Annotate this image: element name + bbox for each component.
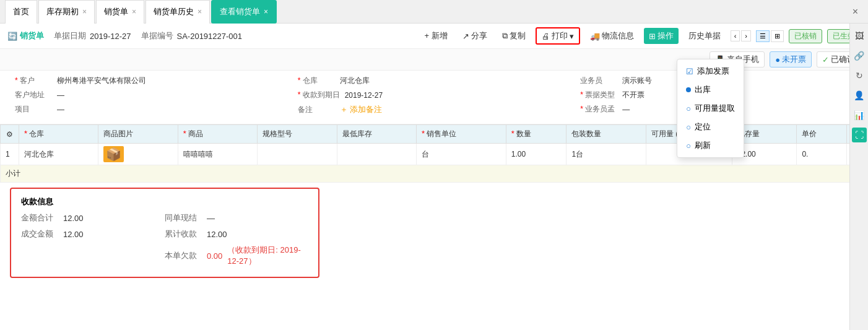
prev-button[interactable]: ‹ (731, 30, 740, 41)
customer-label: 客户 (15, 76, 52, 86)
payment-title: 收款信息 (21, 196, 308, 207)
print-icon: 🖨 (542, 32, 550, 41)
logistics-button[interactable]: 🚚 物流信息 (585, 28, 639, 44)
cumulative-label: 累计收款 (165, 228, 202, 240)
col-spec: 规格型号 (258, 125, 337, 144)
warehouse-label: 仓库 (298, 76, 335, 86)
tab-view-sales[interactable]: 查看销货单 × (211, 0, 277, 24)
row-unit: 台 (416, 144, 506, 165)
tab-inventory-init[interactable]: 库存期初 × (38, 0, 95, 24)
note-row: 备注 ＋ 添加备注 (298, 104, 571, 115)
project-label: 项目 (15, 104, 52, 115)
data-sidebar-icon[interactable]: 📊 (851, 108, 867, 123)
duedate-label: 收款到期日 (298, 90, 340, 100)
staffym-label: 业务员孟 (580, 104, 617, 115)
tab-close-view[interactable]: × (264, 7, 268, 16)
toolbar: + 新增 ↗ 分享 ⧉ 复制 🖨 打印 ▾ 🚚 物流信息 (419, 27, 861, 45)
new-button[interactable]: + 新增 (419, 28, 452, 44)
radio-circle-icon: ○ (686, 104, 691, 113)
customer-value: 柳州粤港平安气体有限公司 (57, 76, 146, 86)
same-order-settle-row: 同单现结 — (165, 212, 308, 224)
link-sidebar-icon[interactable]: 🔗 (851, 48, 867, 63)
tab-sales-history[interactable]: 销货单历史 × (145, 0, 210, 24)
expand-sidebar-icon[interactable]: ⛶ (852, 128, 867, 142)
share-icon: ↗ (462, 32, 469, 41)
tab-sales-order[interactable]: 销货单 × (96, 0, 144, 24)
duedate-value: 2019-12-27 (345, 91, 419, 100)
history-button[interactable]: 历史单据 (684, 28, 726, 44)
deal-amount-label: 成交金额 (21, 228, 58, 240)
right-sidebar: 🖼 🔗 ↻ 👤 📊 ⛶ (849, 24, 868, 330)
project-row: 项目 — (15, 104, 288, 115)
col-warehouse: * 仓库 (19, 125, 98, 144)
sold-badge: 已核销 (789, 29, 822, 43)
checkbox-icon: ☑ (686, 67, 693, 76)
warehouse-row: 仓库 河北仓库 (298, 76, 571, 86)
doc-icon: 🔄 (7, 32, 17, 41)
tab-close-inventory[interactable]: × (82, 7, 87, 16)
subtotal-label: 小计 (1, 165, 868, 183)
staff-label: 业务员 (580, 76, 617, 86)
doc-code-field: 单据编号 SA-20191227-001 (141, 30, 243, 41)
refresh-item[interactable]: ○ 刷新 (677, 136, 744, 155)
refresh-sidebar-icon[interactable]: ↻ (853, 68, 866, 83)
arrears-value: 0.00 (207, 251, 222, 261)
ticket-label: 票据类型 (580, 90, 617, 100)
print-button[interactable]: 🖨 打印 ▾ (536, 27, 580, 45)
row-warehouse: 河北仓库 (19, 144, 98, 165)
window-close-button[interactable]: × (848, 4, 863, 20)
note-label: 备注 (298, 105, 335, 115)
circle-icon: ● (775, 55, 780, 64)
tab-close-history[interactable]: × (197, 7, 202, 16)
form-col-1: 客户 柳州粤港平安气体有限公司 客户地址 — 项目 — (10, 76, 293, 119)
row-qty: 1.00 (506, 144, 566, 165)
row-package-qty: 1台 (566, 144, 646, 165)
deal-amount-value: 12.00 (63, 230, 84, 239)
operations-dropdown: ☑ 添加发票 出库 ○ 可用量提取 ○ 定位 ○ 刷新 (677, 59, 744, 158)
same-order-settle-label: 同单现结 (165, 212, 202, 224)
add-note-icon: ＋ (340, 105, 348, 114)
user-sidebar-icon[interactable]: 👤 (851, 88, 867, 103)
list-view-button[interactable]: ☰ (756, 30, 770, 42)
check-icon: ✓ (822, 55, 829, 64)
col-package-qty: 包装数量 (566, 125, 646, 144)
total-amount-row: 金额合计 12.00 (21, 212, 165, 224)
address-row: 客户地址 — (15, 90, 288, 100)
radio-dot-icon (686, 87, 691, 92)
locate-item[interactable]: ○ 定位 (677, 118, 744, 136)
col-settings[interactable]: ⚙ (1, 125, 19, 144)
nav-arrows: ‹ › (731, 30, 751, 41)
col-unit: * 销售单位 (416, 125, 506, 144)
col-price: 单价 (797, 125, 847, 144)
operations-button[interactable]: ⊞ 操作 (644, 28, 679, 44)
tab-home[interactable]: 首页 (5, 0, 37, 24)
address-value: — (57, 91, 131, 100)
next-button[interactable]: › (741, 30, 751, 41)
note-value[interactable]: ＋ 添加备注 (340, 104, 414, 115)
total-amount-label: 金额合计 (21, 212, 58, 224)
doc-date-field: 单据日期 2019-12-27 (54, 30, 131, 41)
share-button[interactable]: ↗ 分享 (458, 28, 492, 44)
row-index: 1 (1, 144, 19, 165)
col-product: * 商品 (178, 125, 257, 144)
arrears-label: 本单欠款 (165, 250, 202, 261)
out-warehouse-item[interactable]: 出库 (677, 80, 744, 99)
copy-button[interactable]: ⧉ 复制 (497, 28, 531, 44)
arrears-row: 本单欠款 0.00 （收款到期日: 2019-12-27） (165, 245, 308, 269)
view-toggle: ☰ ⊞ (756, 30, 784, 42)
row-spec (258, 144, 337, 165)
not-opened-button[interactable]: ● 未开票 (770, 51, 812, 67)
grid-view-button[interactable]: ⊞ (771, 30, 784, 42)
row-min-stock (337, 144, 416, 165)
print-dropdown-icon: ▾ (570, 32, 574, 41)
add-invoice-item[interactable]: ☑ 添加发票 (677, 62, 744, 80)
form-col-2: 仓库 河北仓库 收款到期日 2019-12-27 备注 ＋ 添加备注 (293, 76, 576, 119)
row-image: 📦 (98, 144, 178, 165)
image-sidebar-icon[interactable]: 🖼 (853, 28, 866, 43)
tab-close-sales[interactable]: × (132, 7, 136, 16)
radio-circle-icon3: ○ (686, 141, 691, 150)
row-product: 嘻嘻嘻嘻 (178, 144, 257, 165)
available-qty-item[interactable]: ○ 可用量提取 (677, 99, 744, 118)
address-label: 客户地址 (15, 90, 52, 100)
same-order-settle-value: — (207, 214, 215, 223)
